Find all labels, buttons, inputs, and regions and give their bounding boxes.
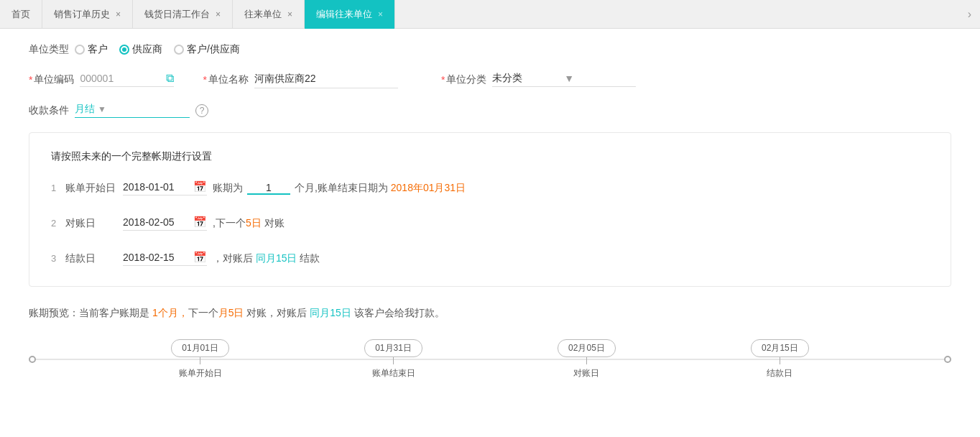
calendar-icon-1[interactable]: 📅 [193,180,207,193]
tab-home-label: 首页 [11,8,30,21]
calendar-icon-2[interactable]: 📅 [193,216,207,229]
date-field-3: 📅 [123,251,207,266]
setting-index-3: 3 [51,253,65,264]
end-date-highlight: 2018年01月31日 [391,182,466,193]
unit-category-value: 未分类 [492,72,564,85]
unit-code-input[interactable] [80,73,166,84]
unit-code-label: 单位编码 [34,73,74,86]
timeline-track: 01月01日 账单开始日 01月31日 账单结束日 02月05日 对账日 [36,339,944,380]
unit-type-label: 单位类型 [29,43,69,56]
point-label-1: 账单开始日 [179,367,222,380]
unit-code-star: * [29,74,32,86]
setting-label-2: 对账日 [65,217,123,230]
tab-edit-partner-close[interactable]: × [378,9,383,19]
timeline: 01月01日 账单开始日 01月31日 账单结束日 02月05日 对账日 [29,339,951,380]
tab-cash-desk[interactable]: 钱货日清工作台 × [133,0,233,29]
tab-sales-history-label: 销售订单历史 [54,8,110,21]
point-bubble-4: 02月15日 [751,339,809,357]
tick-1 [200,357,200,364]
tab-home[interactable]: 首页 [0,0,42,29]
radio-supplier[interactable]: 供应商 [119,43,162,56]
unit-category-star: * [441,74,445,86]
date-input-3[interactable] [123,252,188,263]
payment-condition-label: 收款条件 [29,104,69,117]
preview-text: 账期预览：当前客户账期是 1个月，下一个月5日 对账，对账后 同月15日 该客户… [29,304,951,322]
tab-bar: 首页 销售订单历史 × 钱货日清工作台 × 往来单位 × 编辑往来单位 × › [0,0,980,29]
unit-name-group: * 单位名称 [203,70,397,88]
radio-supplier-label: 供应商 [132,43,162,56]
setting-desc-3: ，对账后 同月15日 结款 [213,252,320,265]
settings-box: 请按照未来的一个完整帐期进行设置 1 账单开始日 📅 账期为 个月,账单结束日期… [29,132,951,287]
setting-row-1: 1 账单开始日 📅 账期为 个月,账单结束日期为 2018年01月31日 [51,180,929,196]
timeline-start-dot [29,356,36,363]
tab-cash-desk-close[interactable]: × [216,9,221,19]
date-field-1: 📅 [123,180,207,196]
tab-sales-history[interactable]: 销售订单历史 × [42,0,133,29]
point-bubble-1: 01月01日 [171,339,229,357]
point-label-3: 对账日 [573,367,599,380]
unit-category-chevron-icon: ▼ [564,73,636,84]
unit-name-input[interactable] [254,70,398,88]
payment-condition-value: 月结 [75,103,95,116]
unit-type-row: 单位类型 客户 供应商 客户/供应商 [29,43,951,56]
unit-name-label: 单位名称 [208,73,249,86]
settings-title: 请按照未来的一个完整帐期进行设置 [51,150,929,163]
unit-details-row: * 单位编码 ⧉ * 单位名称 * 单位分类 未分类 ▼ [29,70,951,88]
payment-condition-help-icon[interactable]: ? [195,104,208,117]
tab-cash-desk-label: 钱货日清工作台 [144,8,210,21]
tab-expand-icon[interactable]: › [959,8,980,21]
setting-desc-1b: 个月,账单结束日期为 2018年01月31日 [295,182,466,195]
date-input-1[interactable] [123,181,188,193]
unit-name-star: * [203,74,206,86]
timeline-end-dot [944,356,951,363]
point-label-2: 账单结束日 [372,367,415,380]
unit-code-copy-icon[interactable]: ⧉ [166,72,174,85]
timeline-point-3: 02月05日 对账日 [558,339,616,380]
unit-category-label: 单位分类 [446,73,486,86]
point-bubble-3: 02月05日 [558,339,616,357]
tab-partner-close[interactable]: × [287,9,292,19]
tab-edit-partner[interactable]: 编辑往来单位 × [305,0,395,29]
setting-row-2: 2 对账日 📅 ,下一个5日 对账 [51,216,929,231]
tab-sales-history-close[interactable]: × [116,9,121,19]
timeline-point-1: 01月01日 账单开始日 [171,339,229,380]
setting-index-1: 1 [51,183,65,193]
reconcile-highlight: 5日 [246,217,262,229]
setting-row-3: 3 结款日 📅 ，对账后 同月15日 结款 [51,251,929,266]
radio-customer-circle [75,45,85,55]
preview-section: 账期预览：当前客户账期是 1个月，下一个月5日 对账，对账后 同月15日 该客户… [29,304,951,380]
radio-customer-label: 客户 [88,43,108,56]
setting-desc-1a: 账期为 [213,182,243,195]
radio-both[interactable]: 客户/供应商 [174,43,240,56]
radio-customer[interactable]: 客户 [75,43,108,56]
unit-type-group: 单位类型 客户 供应商 客户/供应商 [29,43,240,56]
unit-category-select[interactable]: 未分类 ▼ [492,72,636,87]
main-content: 单位类型 客户 供应商 客户/供应商 * 单位编码 [0,29,980,437]
unit-code-input-wrapper: ⧉ [80,72,174,87]
setting-label-1: 账单开始日 [65,182,123,195]
payment-condition-chevron-icon: ▼ [98,104,106,114]
preview-period: 1个月， [152,307,188,318]
tab-edit-partner-label: 编辑往来单位 [316,8,372,21]
tab-partner[interactable]: 往来单位 × [233,0,305,29]
timeline-points: 01月01日 账单开始日 01月31日 账单结束日 02月05日 对账日 [36,339,944,380]
timeline-point-2: 01月31日 账单结束日 [364,339,422,380]
months-input[interactable] [247,182,290,195]
point-bubble-2: 01月31日 [364,339,422,357]
payment-condition-row: 收款条件 月结 ▼ ? [29,103,951,118]
payment-highlight: 同月15日 [256,252,297,264]
payment-condition-select[interactable]: 月结 ▼ [75,103,190,118]
radio-group: 客户 供应商 客户/供应商 [75,43,240,56]
unit-code-group: * 单位编码 ⧉ [29,72,174,87]
radio-both-label: 客户/供应商 [187,43,240,56]
payment-condition-group: 收款条件 月结 ▼ ? [29,103,208,118]
calendar-icon-3[interactable]: 📅 [193,251,207,264]
setting-index-2: 2 [51,218,65,229]
radio-both-circle [174,45,184,55]
preview-payment: 同月15日 [310,307,351,318]
timeline-point-4: 02月15日 结款日 [751,339,809,380]
tick-2 [393,357,394,364]
setting-desc-2: ,下一个5日 对账 [213,217,285,230]
date-input-2[interactable] [123,216,188,228]
unit-category-group: * 单位分类 未分类 ▼ [441,72,636,87]
